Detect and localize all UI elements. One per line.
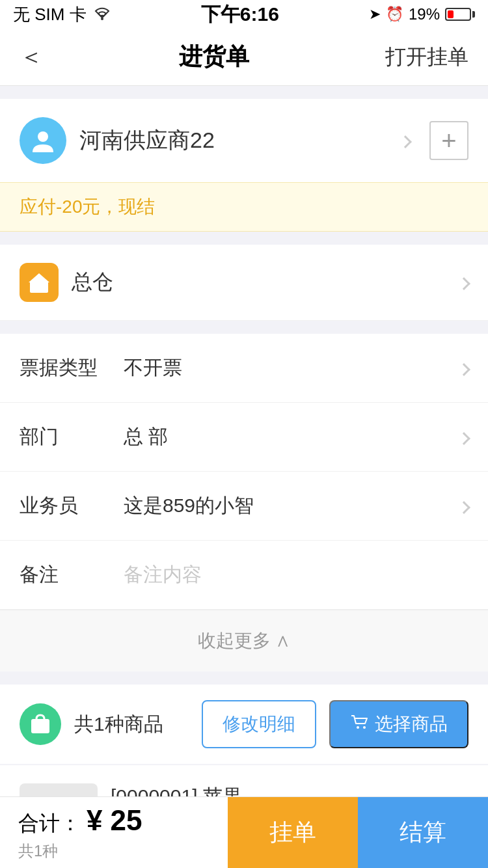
- supplier-avatar: [20, 117, 66, 164]
- page-title: 进货单: [179, 41, 249, 73]
- notice-bar: 应付-20元，现结: [0, 182, 488, 232]
- hang-button[interactable]: 挂单: [228, 797, 358, 868]
- location-icon: ➤: [369, 6, 381, 23]
- select-product-button[interactable]: 选择商品: [329, 700, 468, 748]
- form-section: 票据类型 不开票 部门 总 部 业务员 这是859的小智 备注 备注内容: [0, 334, 488, 610]
- svg-marker-3: [29, 273, 49, 282]
- status-right: ➤ ⏰ 19%: [369, 5, 475, 23]
- product-count: 共1种商品: [74, 711, 189, 738]
- alarm-icon: ⏰: [386, 6, 403, 23]
- invoice-type-chevron: [459, 358, 468, 379]
- battery-icon: [445, 8, 475, 21]
- total-amount: ¥ 25: [87, 804, 142, 836]
- invoice-type-value: 不开票: [124, 355, 453, 381]
- svg-point-7: [363, 726, 366, 729]
- salesman-row[interactable]: 业务员 这是859的小智: [0, 472, 488, 541]
- bottom-bar: 合计： ¥ 25 共1种 挂单 结算: [0, 796, 488, 868]
- edit-detail-button[interactable]: 修改明细: [202, 700, 316, 748]
- status-left: 无 SIM 卡: [13, 3, 111, 26]
- section-gap-4: [0, 671, 488, 685]
- product-icon: [20, 703, 61, 745]
- section-gap-1: [0, 86, 488, 99]
- total-sub: 共1种: [18, 841, 210, 861]
- checkout-button[interactable]: 结算: [358, 797, 488, 868]
- total-label: 合计：: [18, 811, 81, 835]
- department-value: 总 部: [124, 424, 453, 450]
- svg-point-1: [38, 131, 48, 142]
- open-hang-button[interactable]: 打开挂单: [385, 43, 468, 72]
- status-time: 下午6:16: [201, 1, 279, 28]
- warehouse-chevron-icon: [459, 272, 468, 293]
- section-gap-3: [0, 321, 488, 334]
- supplier-name: 河南供应商22: [79, 126, 401, 156]
- add-supplier-button[interactable]: +: [429, 121, 468, 160]
- department-label: 部门: [20, 424, 124, 450]
- cart-icon: [350, 714, 368, 735]
- svg-rect-4: [36, 285, 42, 293]
- salesman-label: 业务员: [20, 493, 124, 519]
- carrier-text: 无 SIM 卡: [13, 3, 87, 26]
- status-bar: 无 SIM 卡 下午6:16 ➤ ⏰ 19%: [0, 0, 488, 29]
- supplier-row[interactable]: 河南供应商22 +: [0, 99, 488, 182]
- department-chevron: [459, 427, 468, 448]
- total-section: 合计： ¥ 25 共1种: [0, 797, 228, 868]
- svg-point-6: [357, 726, 359, 729]
- salesman-value: 这是859的小智: [124, 493, 453, 519]
- salesman-chevron: [459, 496, 468, 517]
- warehouse-row[interactable]: 总仓: [0, 245, 488, 321]
- remark-label: 备注: [20, 562, 124, 588]
- product-header: 共1种商品 修改明细 选择商品: [0, 685, 488, 764]
- invoice-type-row[interactable]: 票据类型 不开票: [0, 334, 488, 403]
- wifi-icon: [93, 5, 111, 25]
- nav-bar: ＜ 进货单 打开挂单: [0, 29, 488, 86]
- supplier-chevron-icon: [401, 130, 410, 151]
- supplier-section: 河南供应商22 + 应付-20元，现结: [0, 99, 488, 232]
- invoice-type-label: 票据类型: [20, 355, 124, 381]
- select-product-label: 选择商品: [375, 712, 448, 737]
- collapse-button[interactable]: 收起更多 ∧: [0, 610, 488, 671]
- total-row: 合计： ¥ 25: [18, 804, 210, 838]
- warehouse-name: 总仓: [72, 268, 459, 297]
- svg-point-0: [101, 18, 103, 20]
- department-row[interactable]: 部门 总 部: [0, 403, 488, 472]
- warehouse-icon: [20, 263, 59, 302]
- remark-input[interactable]: 备注内容: [124, 562, 468, 588]
- svg-rect-5: [31, 719, 49, 733]
- collapse-label: 收起更多 ∧: [198, 631, 291, 651]
- section-gap-2: [0, 232, 488, 245]
- battery-percent: 19%: [409, 5, 440, 23]
- remark-row[interactable]: 备注 备注内容: [0, 541, 488, 610]
- back-button[interactable]: ＜: [20, 41, 43, 73]
